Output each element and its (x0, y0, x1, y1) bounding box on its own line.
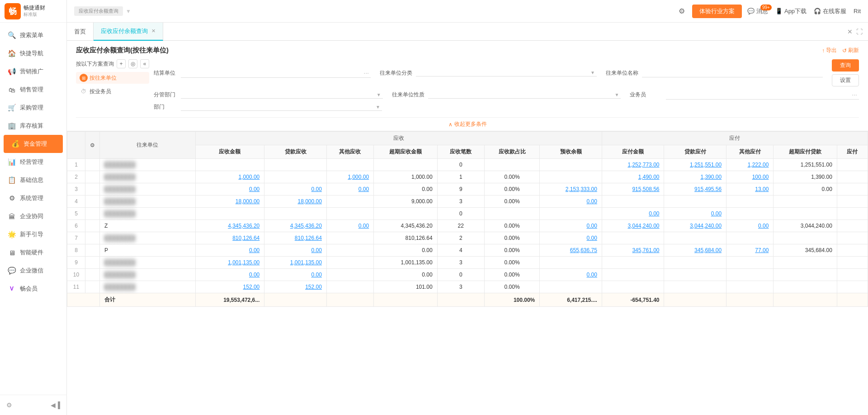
cell-receivable-count: 0 (437, 159, 484, 171)
sidebar: 畅 畅捷通财 标准版 🔍 搜索菜单 🏠 快捷导航 📢 营销推广 🛍 销售 (0, 0, 67, 415)
online-service-button[interactable]: 🎧 在线客服 (814, 7, 846, 15)
sidebar-item-member[interactable]: V 畅会员 (0, 280, 66, 298)
filter-salesman: 业务员 ··· (630, 90, 859, 100)
cell-other-payable (726, 232, 774, 244)
cell-receivable-ratio: 0.00% (484, 220, 539, 232)
sidebar-item-label: 资金管理 (24, 140, 47, 148)
sidebar-item-finance[interactable]: 💰 资金管理 (4, 135, 63, 153)
sidebar-item-wechat[interactable]: 💬 企业微信 (0, 262, 66, 280)
partner-name-input[interactable] (644, 70, 821, 76)
partner-nature-select[interactable]: ▼ (428, 91, 621, 99)
tab-receivable[interactable]: 应收应付余额查询 ✕ (94, 23, 163, 41)
topbar-right: 💬 消息 99+ 📱 App下载 🎧 在线客服 Rit (747, 7, 861, 15)
table-row: 3 ████████ 0.00 0.00 0.00 0.00 9 0.00% 2… (67, 183, 868, 196)
sidebar-item-purchase[interactable]: 🛒 采购管理 (0, 99, 66, 117)
cell-partner: Z (100, 220, 196, 232)
tab-home[interactable]: 首页 (67, 23, 94, 41)
collapse-more-btn[interactable]: ∧ 收起更多条件 (76, 117, 859, 131)
sidebar-item-sales[interactable]: 🛍 销售管理 (0, 81, 66, 99)
cell-loan-receivable: 0.00 (264, 269, 327, 281)
user-name[interactable]: Rit (854, 8, 861, 14)
collapse-scheme-btn[interactable]: « (140, 59, 149, 68)
col-advance-balance: 预收余额 (540, 145, 602, 159)
page-header: 应收应付余额查询(按往来单位) ↑ 导出 ↺ 刷新 (67, 41, 868, 131)
cell-loan-payable: 345,684.00 (664, 244, 726, 257)
footer-loan-payable (664, 293, 726, 307)
cell-receivable-ratio: 0.00% (484, 183, 539, 196)
settings-scheme-btn[interactable]: ◎ (128, 59, 137, 68)
cell-receivable-ratio: 0.00% (484, 257, 539, 269)
sidebar-item-enterprise[interactable]: 🏛 企业协同 (0, 207, 66, 225)
cell-settings (85, 232, 100, 244)
salesman-input[interactable] (668, 91, 852, 98)
app-download-button[interactable]: 📱 App下载 (775, 7, 807, 15)
footer-overdue-receivable (374, 293, 438, 307)
export-button[interactable]: ↑ 导出 (822, 47, 837, 54)
cell-partner: ████████ (100, 269, 196, 281)
export-icon: ↑ (822, 48, 825, 54)
inventory-icon: 🏢 (7, 121, 16, 130)
window-expand-icon[interactable]: ⛶ (856, 28, 863, 35)
col-other-payable: 其他应付 (726, 145, 774, 159)
settlement-dots-icon[interactable]: ··· (363, 69, 369, 76)
window-close-icon[interactable]: ✕ (847, 28, 853, 35)
partner-category-select[interactable]: ▼ (416, 69, 597, 76)
cell-other-payable: 77.00 (726, 244, 774, 257)
cell-partner: ████████ (100, 171, 196, 183)
partner-name-label: 往来单位名称 (606, 69, 642, 77)
cell-other-payable: 1,222.00 (726, 159, 774, 171)
col-receivable-amount: 应收金额 (195, 145, 264, 159)
cell-partner: ████████ (100, 196, 196, 208)
cell-receivable-ratio: 0.00% (484, 196, 539, 208)
salesman-dots-icon[interactable]: ··· (852, 91, 857, 98)
col-settings[interactable]: ⚙ (85, 132, 100, 159)
col-other-receivable: 其他应收 (326, 145, 373, 159)
sidebar-item-basic[interactable]: 📋 基础信息 (0, 171, 66, 189)
tab-close-icon[interactable]: ✕ (151, 28, 156, 34)
cell-num: 6 (67, 220, 85, 232)
cell-receivable-ratio (484, 159, 539, 171)
sidebar-item-marketing[interactable]: 📢 营销推广 (0, 62, 66, 81)
purchase-icon: 🛒 (7, 103, 16, 112)
refresh-button[interactable]: ↺ 刷新 (842, 47, 859, 54)
sidebar-collapse-btn[interactable]: ◀▐ (49, 400, 62, 410)
settlement-input[interactable] (183, 70, 363, 76)
query-button[interactable]: 查询 (832, 59, 859, 72)
cell-other-receivable (326, 208, 373, 220)
gear-icon[interactable]: ⚙ (679, 7, 685, 15)
sidebar-item-system[interactable]: ⚙ 系统管理 (0, 189, 66, 207)
filter-partner-nature: 往来单位性质 ▼ (392, 90, 621, 100)
cell-advance-balance: 2,153,333.00 (540, 183, 602, 196)
add-scheme-btn[interactable]: + (117, 59, 126, 68)
sidebar-item-search[interactable]: 🔍 搜索菜单 (0, 26, 66, 44)
sidebar-item-hardware[interactable]: 🖥 智能硬件 (0, 243, 66, 262)
cell-payable-amount: 3,044,240.00 (602, 220, 664, 232)
solution-button[interactable]: 体验行业方案 (692, 5, 742, 18)
sidebar-item-quicknav[interactable]: 🏠 快捷导航 (0, 44, 66, 62)
cell-overdue-payable (774, 269, 837, 281)
cell-receivable-amount: 810,126.64 (195, 232, 264, 244)
cell-advance-balance: 655,636.75 (540, 244, 602, 257)
salesman-scheme-btn[interactable]: ⏱ 按业务员 (76, 86, 149, 97)
sidebar-item-inventory[interactable]: 🏢 库存核算 (0, 117, 66, 135)
cell-receivable-amount: 0.00 (195, 244, 264, 257)
cell-advance-balance: 0.00 (540, 269, 602, 281)
sidebar-settings-btn[interactable]: ⚙ (5, 400, 14, 410)
filter-section: 按以下方案查询 + ◎ « ⊞ 按往来单位 ⏱ 按业务员 (76, 59, 859, 117)
dept-select[interactable]: ▼ (181, 91, 383, 99)
cell-overdue-receivable: 0.00 (374, 269, 438, 281)
tabs-bar: 首页 应收应付余额查询 ✕ ✕ ⛶ (67, 23, 868, 41)
sidebar-item-guide[interactable]: 🌟 新手引导 (0, 225, 66, 243)
cell-receivable-count: 0 (437, 208, 484, 220)
partner-scheme-btn[interactable]: ⊞ 按往来单位 (76, 72, 149, 84)
cell-other-receivable: 1,000.00 (326, 171, 373, 183)
salesman-label: 业务员 (630, 91, 666, 99)
sidebar-item-operations[interactable]: 📊 经营管理 (0, 153, 66, 171)
message-button[interactable]: 💬 消息 99+ (747, 7, 768, 15)
settings-button[interactable]: 设置 (832, 74, 859, 86)
sidebar-item-label: 快捷导航 (20, 49, 43, 57)
table-row: 1 ████████ 0 1,252,773.00 1,251,551.00 1… (67, 159, 868, 171)
sidebar-item-label: 销售管理 (20, 86, 43, 94)
col-loan-receivable: 贷款应收 (264, 145, 327, 159)
department-select[interactable]: ▼ (181, 104, 382, 111)
